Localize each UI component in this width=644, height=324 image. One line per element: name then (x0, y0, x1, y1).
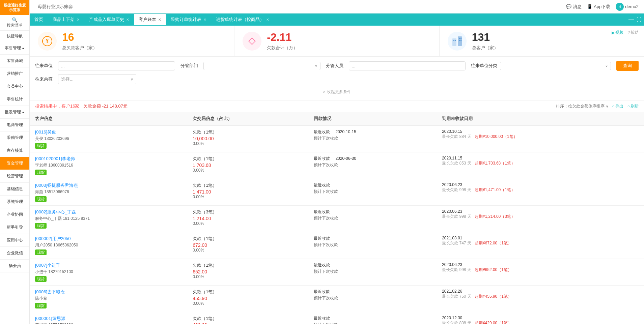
main-content: 母婴行业演示账套 💬 消息 📱 App下载 d demo2 首页 商品上下架 ✕… (30, 0, 644, 324)
overdue-days: 最长欠款 853 天 超期¥1,703.68（1笔） (442, 160, 639, 166)
sidebar-item-retail-mall[interactable]: 零售商城 (0, 55, 29, 67)
overdue-link[interactable]: 超期¥1,471.00（1笔） (475, 187, 515, 192)
table-row: [0003]畅捷服务尹海燕 海燕 18513066976 现货 欠款（1笔） 1… (30, 179, 644, 206)
close-tab-product-history[interactable]: ✕ (126, 18, 129, 22)
close-tab-purchase-order[interactable]: ✕ (203, 18, 206, 22)
overdue-link[interactable]: 超期¥1,703.68（1笔） (475, 161, 515, 166)
sidebar-item-ecommerce[interactable]: 电商管理 (0, 119, 29, 131)
customer-name-link[interactable]: [0016]吴俊 (35, 129, 182, 135)
arrow-icon-batch: ▲ (22, 110, 25, 114)
export-button[interactable]: ○ 导出 (612, 104, 623, 109)
customer-name-link[interactable]: [000002]用户2050 (35, 236, 182, 242)
app-logo: 畅捷通好生意 示范版 (0, 0, 29, 15)
tab-product-offline[interactable]: 商品上下架 ✕ (48, 14, 84, 25)
help-button[interactable]: ? 帮助 (627, 30, 639, 35)
app-download-button[interactable]: 📱 App下载 (587, 4, 610, 10)
sidebar-item-system[interactable]: 系统管理 (0, 196, 29, 208)
maximize-icon[interactable]: ⛶ (637, 17, 641, 22)
sidebar-item-newbie[interactable]: 新手引导 (0, 221, 29, 234)
sort-chevron-icon: ∨ (606, 105, 608, 108)
sidebar-item-marketing[interactable]: 营销推广 (0, 67, 29, 80)
sidebar-item-search[interactable]: 🔍 搜索菜单 (0, 15, 29, 31)
svg-rect-2 (249, 38, 255, 45)
user-menu[interactable]: d demo2 (616, 3, 639, 11)
customer-tag: 现货 (35, 303, 47, 308)
customer-name-link[interactable]: [000001]黄思源 (35, 316, 182, 322)
sidebar-item-purchase[interactable]: 采购管理 (0, 131, 29, 144)
last-collect: 最近收款 (314, 236, 431, 241)
tab-instock-stat[interactable]: 进货单统计表（按商品） ✕ (211, 14, 274, 25)
debt-amount: 1,471.00 (193, 189, 303, 195)
stats-bar: ¥ 16 总欠款客户（家） -2.11 欠款合计（万） 131 总客 (30, 26, 644, 57)
last-collect: 最近收款 (314, 209, 431, 215)
dept-select[interactable]: ∨ (203, 62, 320, 70)
tab-product-history[interactable]: 产成品入库单历史 ✕ (84, 14, 134, 25)
overdue-link[interactable]: 超期¥672.00（1笔） (475, 241, 512, 245)
sidebar-item-finance[interactable]: 资金管理 (0, 157, 29, 170)
sidebar: 畅捷通好生意 示范版 🔍 搜索菜单 快捷导航 零售管理 ▲ 零售商城 营销推广 … (0, 0, 30, 324)
person-input[interactable]: ... (349, 61, 466, 70)
refresh-button[interactable]: ○ 刷新 (627, 104, 639, 109)
close-tab-customer-account[interactable]: ✕ (158, 18, 161, 22)
overdue-days: 最长欠款 998 天 超期¥652.00（1笔） (442, 267, 639, 273)
overdue-link[interactable]: 超期¥429.00（1笔） (475, 321, 512, 324)
unit-category-chevron-icon: ∨ (605, 64, 608, 68)
customer-name-link[interactable]: [0002]服务中心_丁磊 (35, 209, 182, 215)
stat-actions: ▶ 视频 ? 帮助 (612, 30, 639, 35)
balance-chevron-icon: ∨ (131, 77, 133, 82)
customer-name-link[interactable]: [0003]畅捷服务尹海燕 (35, 182, 182, 188)
collapse-button[interactable]: ∧ 收起更多条件 (35, 88, 639, 96)
debt-amount: 1,703.68 (193, 163, 303, 168)
sidebar-item-retail-stat[interactable]: 零售统计 (0, 93, 29, 106)
tab-home[interactable]: 首页 (30, 14, 48, 25)
sidebar-item-vip-member[interactable]: 畅会员 (0, 260, 29, 272)
sidebar-item-enterprise[interactable]: 企业协同 (0, 208, 29, 221)
sidebar-item-app-center[interactable]: 应用中心 (0, 234, 29, 247)
debt-percent: 0.00% (193, 248, 303, 253)
col-collect-status: 回款情况 (308, 112, 437, 125)
sidebar-item-basic-info[interactable]: 基础信息 (0, 183, 29, 196)
table-row: [0006]去下粮仓 陈小希 现货 欠款（1笔） 455.90 0.00% 最近… (30, 286, 644, 312)
overdue-days: 最长欠款 750 天 超期¥455.90（1笔） (442, 294, 639, 299)
table-row: [0002]服务中心_丁磊 服务中心_丁磊 181 0125 8371 现货 欠… (30, 206, 644, 232)
filter-person: 分管人员 ... (326, 61, 466, 70)
sidebar-item-ops-mgmt[interactable]: 经营管理 (0, 170, 29, 183)
message-button[interactable]: 💬 消息 (566, 4, 582, 10)
overdue-link[interactable]: 超期¥652.00（1笔） (475, 267, 512, 272)
sidebar-item-member[interactable]: 会员中心 (0, 80, 29, 93)
sidebar-item-retail-mgmt[interactable]: 零售管理 ▲ (0, 42, 29, 55)
logo-text: 畅捷通好生意 (1, 3, 28, 7)
unit-category-select[interactable]: ∨ (500, 62, 611, 70)
sort-button[interactable]: 排序：按欠款金额倒序排序 ∨ (556, 104, 608, 109)
overdue-link[interactable]: 超期¥10,000.00（1笔） (475, 134, 517, 139)
customer-phone: 黄思源 13552700226 (35, 322, 182, 324)
debt-amount: 1,214.00 (193, 216, 303, 221)
overdue-link[interactable]: 超期¥1,214.00（3笔） (475, 214, 515, 219)
close-tab-product-offline[interactable]: ✕ (77, 18, 80, 22)
tab-purchase-order[interactable]: 采购订单统计表 ✕ (166, 14, 211, 25)
stat-card-total-customers: 131 总客户（家） ▶ 视频 ? 帮助 (440, 26, 644, 56)
sidebar-item-corp-wechat[interactable]: 企业微信 (0, 247, 29, 260)
last-collect: 最近收款 2020-10-15 (314, 129, 431, 135)
close-tab-instock-stat[interactable]: ✕ (266, 18, 269, 22)
overdue-link[interactable]: 超期¥455.90（1笔） (475, 294, 512, 299)
filter-dept: 分管部门 ∨ (180, 62, 320, 70)
customer-name-link[interactable]: [0001020001]李老师 (35, 156, 182, 162)
next-collect: 预计下次收款 (314, 189, 431, 195)
video-button[interactable]: ▶ 视频 (612, 30, 623, 35)
query-button[interactable]: 查询 (616, 61, 639, 71)
last-collect: 最近收款 2020-06-30 (314, 156, 431, 161)
tab-customer-account[interactable]: 客户账本 ✕ (134, 14, 166, 25)
debt-percent: 0.00% (193, 168, 303, 173)
sidebar-item-quick-nav[interactable]: 快捷导航 (0, 31, 29, 42)
sidebar-item-inventory[interactable]: 库存核算 (0, 144, 29, 157)
sidebar-item-batch-mgmt[interactable]: 批发管理 ▲ (0, 106, 29, 119)
customer-name-link[interactable]: [0006]去下粮仓 (35, 289, 182, 295)
balance-select[interactable]: 选择... ∨ (58, 74, 136, 84)
minimize-icon[interactable]: — (628, 17, 634, 23)
customer-name-link[interactable]: [0007]小进千 (35, 262, 182, 268)
source-unit-input[interactable]: ... (58, 61, 175, 70)
logo-subtext: 示范版 (1, 7, 28, 12)
debt-percent: 0.00% (193, 221, 303, 226)
debt-amount: 455.90 (193, 296, 303, 301)
